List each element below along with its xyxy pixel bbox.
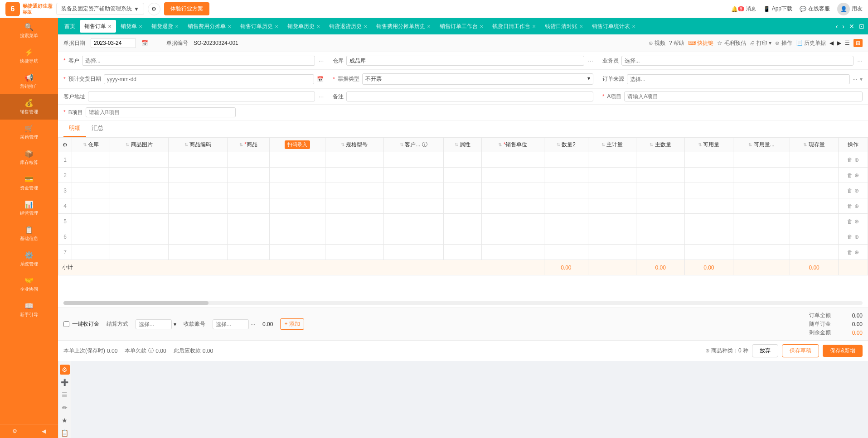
col-settings[interactable]: ⚙ (58, 138, 72, 152)
sidebar-item-purchase[interactable]: 🛒 采购管理 (0, 120, 58, 145)
user-info[interactable]: 👤 用友 (837, 3, 863, 15)
tab-cash-reconcile[interactable]: 钱货日清对账 ✕ (540, 20, 587, 33)
sidebar-item-search[interactable]: 🔍 搜索菜单 (0, 18, 58, 43)
invoice-type-select[interactable]: 不开票 ▾ (362, 73, 593, 85)
row-copy-icon[interactable]: ⊕ (854, 249, 859, 255)
sidebar-collapse-icon[interactable]: ◀ (42, 428, 46, 434)
delivery-date-input[interactable] (104, 74, 315, 84)
sidebar-item-marketing[interactable]: 📢 营销推广 (0, 69, 58, 94)
settings-button[interactable]: ⚙ (148, 3, 160, 15)
warehouse-more-btn[interactable]: ··· (588, 57, 593, 64)
delivery-calendar-icon[interactable]: 📅 (317, 76, 324, 82)
print-link[interactable]: 🖨 打印 ▾ (750, 39, 772, 47)
tab-invoice-history[interactable]: 销货单历史 ✕ (283, 20, 325, 33)
right-panel-item-icon[interactable]: ☰ (60, 390, 70, 400)
close-icon[interactable]: ✕ (632, 24, 635, 29)
bank-input[interactable] (213, 319, 249, 329)
row-delete-icon[interactable]: 🗑 (847, 203, 853, 209)
right-panel-edit-icon[interactable]: ✏ (60, 403, 70, 413)
tab-sales-order[interactable]: 销售订单 ✕ (80, 20, 116, 33)
pay-method-input[interactable] (136, 319, 172, 329)
sidebar-settings-icon[interactable]: ⚙ (12, 428, 17, 434)
close-icon[interactable]: ✕ (532, 24, 536, 29)
customer-more-btn[interactable]: ··· (319, 57, 324, 64)
tab-home[interactable]: 首页 (60, 20, 80, 33)
close-icon[interactable]: ✕ (364, 24, 367, 29)
order-source-input[interactable] (627, 74, 850, 84)
grid-view-icon[interactable]: ☰ (845, 40, 850, 46)
right-panel-star-icon[interactable]: ★ (60, 415, 70, 425)
sidebar-item-operations[interactable]: 📊 经营管理 (0, 196, 58, 221)
tab-close-btn[interactable]: ✕ (847, 22, 856, 31)
tab-return-history[interactable]: 销货退货历史 ✕ (325, 20, 372, 33)
row-delete-icon[interactable]: 🗑 (847, 157, 853, 163)
close-icon[interactable]: ✕ (108, 24, 112, 29)
app-download[interactable]: 📱 App下载 (763, 5, 792, 13)
close-icon[interactable]: ✕ (427, 24, 431, 29)
address-more-btn[interactable]: ··· (319, 93, 324, 100)
tab-sales-invoice[interactable]: 销货单 ✕ (116, 20, 147, 33)
row-copy-icon[interactable]: ⊕ (854, 218, 859, 225)
row-copy-icon[interactable]: ⊕ (854, 157, 859, 163)
close-icon[interactable]: ✕ (579, 24, 583, 29)
address-input[interactable] (88, 91, 315, 101)
sidebar-item-finance[interactable]: 💳 资金管理 (0, 170, 58, 196)
bank-more-btn[interactable]: ··· (251, 321, 255, 327)
nav-prev-icon[interactable]: ◀ (829, 40, 834, 46)
order-source-more-btn[interactable]: ··· (853, 76, 857, 82)
sidebar-item-inventory[interactable]: 📦 库存核算 (0, 145, 58, 170)
sidebar-item-sales[interactable]: 💰 销售管理 (0, 94, 58, 120)
one-click-deposit-checkbox[interactable]: 一键收订金 (63, 320, 99, 328)
history-link[interactable]: 📃 历史单据 (796, 39, 826, 47)
calendar-icon[interactable]: 📅 (141, 40, 148, 46)
customer-input[interactable] (82, 56, 315, 66)
sidebar-item-guide[interactable]: 📖 新手引导 (0, 297, 58, 322)
tab-prev-btn[interactable]: ‹ (834, 22, 840, 31)
shortcut-link[interactable]: ⌨ 快捷键 (688, 39, 713, 47)
notice-icon[interactable]: 🔔 9 消息 (731, 5, 756, 12)
row-delete-icon[interactable]: 🗑 (847, 218, 853, 225)
tab-order-workbench[interactable]: 销售订单工作台 ✕ (435, 20, 488, 33)
row-copy-icon[interactable]: ⊕ (854, 172, 859, 178)
discard-button[interactable]: 放弃 (752, 344, 778, 357)
staff-input[interactable] (621, 56, 854, 66)
help-link[interactable]: ? 帮助 (669, 39, 684, 47)
card-view-icon[interactable]: ⊞ (853, 39, 863, 47)
right-panel-config-icon[interactable]: ⚙ (60, 365, 70, 375)
tab-sales-expense[interactable]: 销售费用分摊单 ✕ (183, 20, 236, 33)
sidebar-item-cooperation[interactable]: 🤝 企业协同 (0, 272, 58, 297)
video-link[interactable]: ⊙ 视频 (649, 39, 665, 47)
row-copy-icon[interactable]: ⊕ (854, 234, 859, 240)
warehouse-input[interactable] (346, 56, 584, 66)
system-selector[interactable]: 装备及固定资产辅助管理系统 ▼ (56, 3, 144, 15)
tab-detail[interactable]: 明细 (63, 120, 86, 137)
scan-button[interactable]: 扫码录入 (285, 140, 310, 149)
tab-sales-return[interactable]: 销货退货 ✕ (147, 20, 183, 33)
sidebar-item-system[interactable]: ⚙️ 系统管理 (0, 246, 58, 272)
right-panel-clipboard-icon[interactable]: 📋 (60, 428, 70, 438)
close-icon[interactable]: ✕ (275, 24, 278, 29)
row-delete-icon[interactable]: 🗑 (847, 188, 853, 194)
horizontal-scrollbar[interactable] (63, 301, 863, 305)
row-delete-icon[interactable]: 🗑 (847, 249, 853, 255)
add-item-button[interactable]: + 添加 (280, 318, 304, 330)
operation-link[interactable]: ⊕ 操作 (775, 39, 792, 47)
tab-cash-workbench[interactable]: 钱货日清工作台 ✕ (488, 20, 540, 33)
save-draft-button[interactable]: 保存草稿 (782, 344, 819, 357)
solution-button[interactable]: 体验行业方案 (164, 2, 209, 15)
scrollbar-thumb[interactable] (63, 301, 209, 305)
right-panel-add-icon[interactable]: ➕ (60, 377, 70, 387)
tab-expense-history[interactable]: 销售费用分摊单历史 ✕ (372, 20, 435, 33)
tab-sales-order-history[interactable]: 销售订单历史 ✕ (236, 20, 283, 33)
tab-next-btn[interactable]: › (840, 22, 846, 31)
project-a-input[interactable] (624, 91, 863, 101)
profit-link[interactable]: ☆ 毛利预估 (717, 39, 746, 47)
close-icon[interactable]: ✕ (316, 24, 320, 29)
nav-next-icon[interactable]: ▶ (837, 40, 841, 46)
deposit-checkbox[interactable] (63, 321, 69, 327)
close-icon[interactable]: ✕ (139, 24, 142, 29)
close-icon[interactable]: ✕ (228, 24, 231, 29)
tab-summary[interactable]: 汇总 (86, 120, 109, 137)
row-delete-icon[interactable]: 🗑 (847, 172, 853, 178)
row-copy-icon[interactable]: ⊕ (854, 188, 859, 194)
